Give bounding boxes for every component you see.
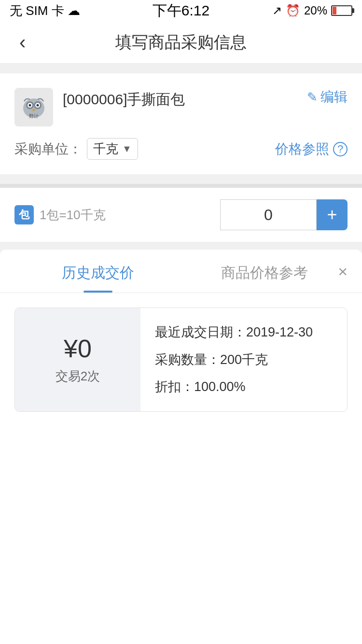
page-title: 填写商品采购信息 xyxy=(115,31,247,54)
card-price-left: ¥0 交易2次 xyxy=(15,308,140,411)
svg-text:野计: 野计 xyxy=(29,113,39,119)
product-name-container: [0000006]手撕面包 xyxy=(63,88,185,110)
discount-label: 折扣： xyxy=(155,379,194,394)
edit-icon: ✎ xyxy=(307,90,318,105)
unit-conversion: 1包=10千克 xyxy=(40,207,106,224)
chevron-down-icon: ▼ xyxy=(122,143,132,154)
svg-point-6 xyxy=(37,104,39,107)
quantity-plus-button[interactable]: + xyxy=(317,199,348,230)
quantity-section: 包 1包=10千克 + xyxy=(0,188,362,242)
edit-button[interactable]: ✎ 编辑 xyxy=(307,88,348,106)
product-info-left: 野计 [0000006]手撕面包 xyxy=(14,88,185,126)
product-name: [0000006]手撕面包 xyxy=(63,90,185,110)
product-logo: 野计 xyxy=(19,93,48,122)
nav-bar: ‹ 填写商品采购信息 xyxy=(0,21,362,64)
tab-history-price[interactable]: 历史成交价 xyxy=(14,250,181,293)
close-panel-button[interactable]: × xyxy=(333,257,352,285)
svg-point-5 xyxy=(29,104,31,107)
tab-price-reference[interactable]: 商品价格参考 xyxy=(181,250,348,293)
unit-value: 千克 xyxy=(93,140,118,157)
empty-content-area xyxy=(0,426,362,644)
alarm-icon: ⏰ xyxy=(286,4,300,17)
quantity-label-group: 包 1包=10千克 xyxy=(14,205,106,224)
edit-label: 编辑 xyxy=(320,88,348,106)
discount-value: 100.00% xyxy=(194,379,246,394)
bottom-panel: 历史成交价 商品价格参考 × ¥0 交易2次 最近成交日期：2019-12-30… xyxy=(0,250,362,644)
status-bar: 无 SIM 卡 ☁ 下午6:12 ↗ ⏰ 20% xyxy=(0,0,362,21)
purchase-qty-value: 200千克 xyxy=(220,352,268,367)
section-divider xyxy=(0,184,362,188)
back-button[interactable]: ‹ xyxy=(14,27,30,58)
status-left: 无 SIM 卡 ☁ xyxy=(10,2,80,19)
status-time: 下午6:12 xyxy=(153,1,209,21)
help-icon: ? xyxy=(333,142,348,156)
price-symbol: ¥ xyxy=(64,335,78,363)
quantity-input[interactable] xyxy=(220,199,317,230)
recent-date-label: 最近成交日期： xyxy=(155,325,246,339)
transaction-count: 交易2次 xyxy=(56,368,100,385)
product-thumbnail: 野计 xyxy=(14,88,53,126)
unit-box: 包 xyxy=(14,205,34,224)
history-card: ¥0 交易2次 最近成交日期：2019-12-30 采购数量：200千克 折扣：… xyxy=(14,308,348,412)
price-display: ¥0 xyxy=(64,334,92,363)
unit-label: 采购单位： xyxy=(14,140,82,158)
tabs-row: 历史成交价 商品价格参考 × xyxy=(0,250,362,293)
price-ref-label: 价格参照 xyxy=(275,140,329,158)
unit-select-dropdown[interactable]: 千克 ▼ xyxy=(87,138,138,160)
quantity-input-group: + xyxy=(220,199,348,230)
unit-selector-group: 采购单位： 千克 ▼ xyxy=(14,138,138,160)
price-value: 0 xyxy=(78,335,92,363)
price-reference-button[interactable]: 价格参照 ? xyxy=(275,140,348,158)
purchase-qty-row: 采购数量：200千克 xyxy=(155,350,333,370)
purchase-qty-label: 采购数量： xyxy=(155,352,220,367)
status-right: ↗ ⏰ 20% xyxy=(272,4,352,17)
card-details-right: 最近成交日期：2019-12-30 采购数量：200千克 折扣：100.00% xyxy=(140,308,347,411)
recent-date-row: 最近成交日期：2019-12-30 xyxy=(155,322,333,342)
product-header: 野计 [0000006]手撕面包 ✎ 编辑 xyxy=(14,88,348,126)
location-icon: ↗ xyxy=(272,4,282,17)
battery-icon xyxy=(331,5,352,16)
product-unit-row: 采购单位： 千克 ▼ 价格参照 ? xyxy=(14,138,348,160)
discount-row: 折扣：100.00% xyxy=(155,377,333,397)
product-section: 野计 [0000006]手撕面包 ✎ 编辑 采购单位： 千克 ▼ 价格参照 xyxy=(0,73,362,174)
battery-percent: 20% xyxy=(304,4,327,17)
signal-text: 无 SIM 卡 ☁ xyxy=(10,2,80,19)
recent-date-value: 2019-12-30 xyxy=(246,325,313,339)
